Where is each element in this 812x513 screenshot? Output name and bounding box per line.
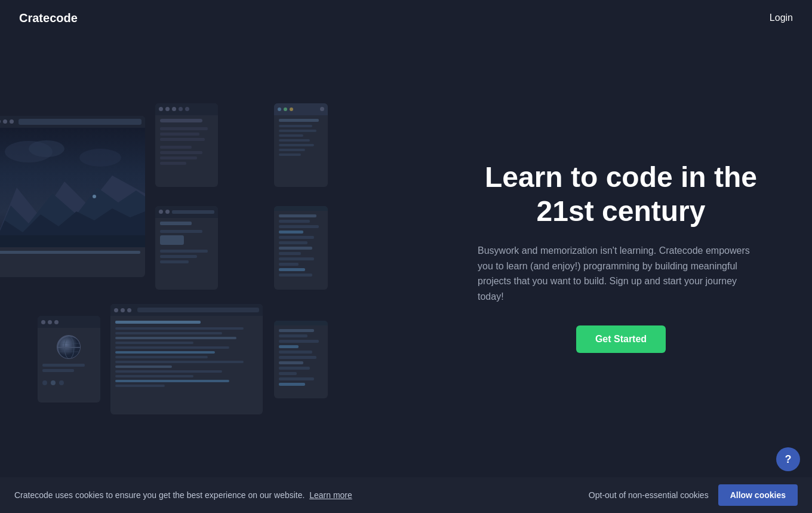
- cookie-optout-button[interactable]: Opt-out of non-essential cookies: [589, 490, 709, 500]
- mockup-card-large-1: [0, 116, 145, 277]
- mockup-card-3: [274, 103, 328, 187]
- navbar: Cratecode Login: [0, 0, 812, 36]
- site-logo[interactable]: Cratecode: [19, 11, 78, 25]
- mockup-card-2: [155, 206, 218, 290]
- svg-point-7: [93, 195, 96, 198]
- cookie-learn-more-link[interactable]: Learn more: [309, 490, 352, 500]
- hero-description: Busywork and memorization isn't learning…: [478, 243, 764, 304]
- cookie-allow-button[interactable]: Allow cookies: [718, 484, 798, 506]
- cookie-banner: Cratecode uses cookies to ensure you get…: [0, 477, 812, 513]
- svg-point-2: [79, 149, 121, 167]
- mockup-card-1: [155, 103, 218, 187]
- cookie-message: Cratecode uses cookies to ensure you get…: [14, 490, 579, 500]
- mockup-card-5: [38, 316, 100, 403]
- mockup-card-4: [274, 206, 328, 290]
- svg-rect-6: [0, 235, 145, 247]
- hero-title: Learn to code in the 21st century: [466, 160, 776, 229]
- main-content: Learn to code in the 21st century Busywo…: [0, 36, 812, 477]
- help-icon: ?: [785, 453, 792, 466]
- get-started-button[interactable]: Get Started: [576, 325, 666, 353]
- svg-point-1: [29, 140, 64, 157]
- help-button[interactable]: ?: [776, 447, 800, 471]
- login-button[interactable]: Login: [770, 13, 793, 23]
- globe-icon: [57, 335, 81, 359]
- mockups-grid: [36, 97, 418, 416]
- mockup-card-large-2: [110, 304, 263, 414]
- hero-section: Learn to code in the 21st century Busywo…: [418, 160, 776, 354]
- mockup-card-6: [274, 321, 328, 398]
